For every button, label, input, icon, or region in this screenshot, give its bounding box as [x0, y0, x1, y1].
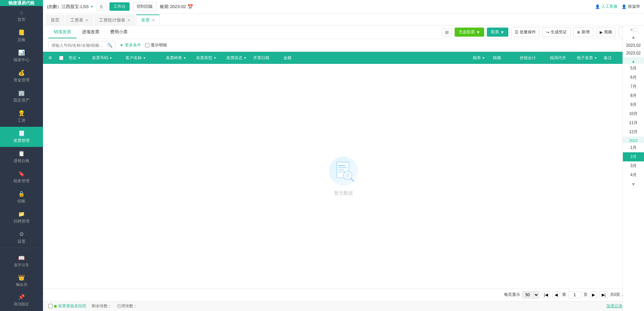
user-avatar-icon: 👤 [622, 4, 627, 9]
month-10[interactable]: 10月 [623, 109, 644, 118]
show-detail-checkbox[interactable] [145, 43, 149, 47]
month-2[interactable]: 2月 [623, 152, 644, 161]
invoice-verify-checkbox[interactable] [48, 304, 53, 308]
sidebar-item-home[interactable]: ⌂ 首页 [0, 6, 43, 26]
sidebar-item-funds[interactable]: 💰 资金管理 [0, 66, 43, 86]
next-page-btn[interactable]: ▶ [590, 291, 597, 298]
month-12[interactable]: 12月 [623, 127, 644, 137]
sidebar-item-ledger[interactable]: 📒 总账 [0, 26, 43, 46]
empty-state: 暂无数据 [43, 64, 644, 288]
no-take-btn[interactable]: 无血取票 ▼ [455, 28, 484, 37]
sidebar-item-tax[interactable]: 🔖 税务管理 [0, 167, 43, 187]
prev-page-btn[interactable]: ◀ [552, 291, 560, 298]
panel-scroll-down[interactable]: ▼ [623, 180, 644, 189]
settings-col-icon: ⚙ [48, 55, 52, 60]
year-label-2022: ▲ [623, 57, 644, 64]
sidebar-item-sales[interactable]: 📋 进销台账 [0, 147, 43, 167]
th-settings[interactable]: ⚙ [46, 55, 56, 60]
select-all-checkbox[interactable] [59, 56, 63, 60]
ledger-icon: 📒 [18, 29, 25, 36]
th-invoice-status-filter[interactable]: ▼ [243, 56, 247, 60]
empty-text: 暂无数据 [334, 190, 353, 196]
th-voucher-filter[interactable]: ▼ [78, 56, 81, 60]
add-circle-icon: ⊕ [577, 30, 580, 35]
period-label: 账期 [160, 4, 169, 10]
month-6[interactable]: 6月 [623, 73, 644, 82]
take-invoice-btn[interactable]: 取票 ▼ [487, 28, 508, 37]
grid-view-btn[interactable]: ⊞ [442, 28, 452, 37]
tab-invoice[interactable]: 发票 ✕ [136, 14, 160, 25]
month-8[interactable]: 8月 [623, 91, 644, 100]
last-page-btn[interactable]: ▶| [599, 291, 608, 298]
th-invoice-category-filter[interactable]: ▼ [213, 56, 217, 60]
page-input[interactable] [568, 291, 582, 298]
search-box[interactable]: 🔍 [48, 41, 116, 49]
month-1[interactable]: 1月 [623, 143, 644, 152]
company-name: (勿删）江西股宝-LSS [47, 4, 89, 10]
tab-payroll-report[interactable]: 工资统计报表 ✕ [94, 14, 135, 25]
sidebar-item-closing[interactable]: 🔒 结账 [0, 187, 43, 207]
sidebar-item-settings[interactable]: ⚙ 设置 [0, 228, 43, 248]
invoice-verify-label: 发票查验及拍照 [48, 303, 86, 309]
date-entry-1[interactable]: 2023.02 [623, 42, 644, 49]
sidebar-item-reports[interactable]: 📊 报表中心 [0, 46, 43, 66]
batch-op-btn[interactable]: ☰ 批量操作 [511, 27, 540, 37]
search-input[interactable] [51, 43, 105, 48]
switch-version-btn[interactable]: 切到旧版 [133, 2, 156, 11]
year-label-2023: 2023 [623, 137, 644, 143]
subtab-sales-invoice[interactable]: 销项发票 [48, 26, 77, 38]
panel-scroll-up[interactable]: ▲ [623, 32, 644, 42]
month-5[interactable]: 5月 [623, 64, 644, 73]
video-btn[interactable]: ▶ 视频 [596, 27, 616, 37]
voucher-icon: ↪ [546, 30, 549, 35]
th-invoice-type-filter[interactable]: ▼ [183, 56, 186, 60]
sidebar-item-member[interactable]: 👑 畅会员 [0, 271, 43, 290]
sidebar-item-archive[interactable]: 📁 归档管理 [0, 207, 43, 228]
date-panel: ✕ ⛶ ▲ 2023.02 2023.02 ▲ 5月 6月 7月 8月 9月 1… [623, 26, 644, 311]
sidebar-pin-btn[interactable]: 📌 取消固定 [0, 290, 43, 310]
sidebar: 畅捷通易代账 ⌂ 首页 📒 总账 📊 报表中心 💰 资金管理 🏢 固定资产 👷 … [0, 0, 43, 311]
panel-close-btn[interactable]: ✕ [630, 28, 633, 32]
batch-icon: ☰ [515, 30, 518, 35]
service-btn[interactable]: 👤 人工客服 [595, 4, 617, 9]
copy-company-btn[interactable]: ⎘ [97, 3, 106, 11]
tab-invoice-close[interactable]: ✕ [152, 18, 155, 23]
tab-payroll-report-close[interactable]: ✕ [127, 18, 130, 23]
funds-icon: 💰 [18, 70, 25, 76]
calendar-icon[interactable]: 📅 [187, 4, 193, 9]
more-conditions-btn[interactable]: ▼ 更多条件 [120, 42, 141, 48]
subtabs: 销项发票 进项发票 费用小票 ⊞ 无血取票 ▼ 取票 ▼ ☰ [43, 26, 644, 39]
th-customer-filter[interactable]: ▼ [143, 56, 146, 60]
sidebar-item-guide[interactable]: 📖 新手引导 [0, 251, 43, 271]
sidebar-item-assets[interactable]: 🏢 固定资产 [0, 86, 43, 107]
purchase-history-link[interactable]: 加需记录 [606, 303, 623, 309]
month-11[interactable]: 11月 [623, 118, 644, 127]
sidebar-item-invoice[interactable]: 🧾 发票管理 [0, 127, 43, 147]
tab-payroll-close[interactable]: ✕ [85, 18, 88, 23]
company-selector[interactable]: (勿删）江西股宝-LSS ▼ [47, 4, 93, 10]
work-bench-btn[interactable]: 工作台 [109, 2, 130, 11]
sidebar-item-payroll[interactable]: 👷 工资 [0, 107, 43, 127]
generate-voucher-btn[interactable]: ↪ 生成凭证 [542, 27, 570, 37]
th-e-invoice-filter[interactable]: ▼ [594, 56, 597, 60]
th-voucher: 凭证 ▼ [66, 55, 89, 61]
add-btn[interactable]: ⊕ 新增 [573, 27, 593, 37]
month-7[interactable]: 7月 [623, 82, 644, 91]
month-9[interactable]: 9月 [623, 100, 644, 109]
member-icon: 👑 [18, 274, 25, 281]
th-tax-rate-filter[interactable]: ▼ [482, 56, 485, 60]
tab-payroll[interactable]: 工资表 ✕ [65, 14, 93, 25]
month-3[interactable]: 3月 [623, 161, 644, 170]
subtab-expense-receipt[interactable]: 费用小票 [105, 26, 133, 38]
th-invoice-no-filter[interactable]: ▼ [109, 56, 112, 60]
month-4[interactable]: 4月 [623, 170, 644, 180]
tab-home[interactable]: 首页 [46, 14, 64, 25]
show-detail-label[interactable]: 显示明细 [145, 42, 167, 48]
user-menu[interactable]: 👤 徐溢华 [622, 4, 640, 9]
first-page-btn[interactable]: |◀ [541, 291, 550, 298]
per-page-select[interactable]: 50 10 20 100 [522, 291, 539, 299]
panel-expand-btn[interactable]: ⛶ [633, 28, 637, 32]
th-checkbox[interactable] [56, 56, 66, 60]
subtab-purchase-invoice[interactable]: 进项发票 [77, 26, 105, 38]
date-entry-2[interactable]: 2023.02 [623, 49, 644, 57]
